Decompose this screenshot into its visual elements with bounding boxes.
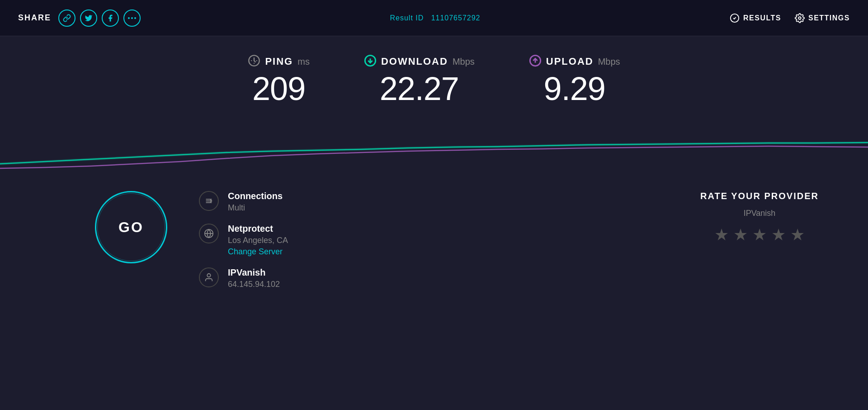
download-name: DOWNLOAD [381,56,448,67]
connections-value: Multi [228,203,283,213]
rate-title: RATE YOUR PROVIDER [700,191,819,201]
netprotect-icon [199,224,219,243]
download-icon [364,54,377,69]
upload-stat: UPLOAD Mbps 9.29 [529,54,620,105]
connections-item: Connections Multi [199,191,660,213]
star-1[interactable]: ★ [714,225,729,244]
netprotect-location: Los Angeles, CA [228,236,288,245]
settings-label: SETTINGS [808,14,850,22]
stars-container: ★ ★ ★ ★ ★ [714,225,805,244]
header-center: Result ID 11107657292 [390,14,480,22]
share-more-button[interactable] [123,10,141,27]
lower-section: GO Connections Multi [0,177,868,303]
download-value: 22.27 [364,72,475,105]
share-label: SHARE [18,13,51,23]
go-button-container: GO [90,191,172,263]
ping-icon [248,54,260,69]
stats-bar: PING ms 209 DOWNLOAD Mbps 22.27 [0,36,868,114]
download-stat: DOWNLOAD Mbps 22.27 [364,54,475,105]
share-twitter-button[interactable] [80,10,97,27]
svg-point-0 [128,17,130,19]
settings-nav[interactable]: SETTINGS [795,13,850,23]
star-5[interactable]: ★ [790,225,805,244]
netprotect-label: Netprotect [228,224,288,234]
rate-provider: IPVanish [744,209,776,218]
ping-name: PING [265,56,293,67]
upload-name: UPLOAD [546,56,594,67]
star-2[interactable]: ★ [733,225,748,244]
rate-section: RATE YOUR PROVIDER IPVanish ★ ★ ★ ★ ★ [687,191,832,244]
change-server-link[interactable]: Change Server [228,247,288,257]
star-4[interactable]: ★ [771,225,786,244]
svg-point-2 [134,17,136,19]
ping-value: 209 [248,72,309,105]
header-left: SHARE [18,10,141,27]
header-right: RESULTS SETTINGS [730,13,850,23]
netprotect-text: Netprotect Los Angeles, CA Change Server [228,224,288,257]
speed-chart [0,119,868,173]
upload-unit: Mbps [598,57,620,67]
star-3[interactable]: ★ [752,225,767,244]
connections-icon [199,191,219,211]
svg-point-4 [798,17,801,19]
isp-text: IPVanish 64.145.94.102 [228,267,280,289]
share-icons [58,10,141,27]
results-nav[interactable]: RESULTS [730,13,781,23]
isp-ip: 64.145.94.102 [228,280,280,289]
results-icon [730,13,740,23]
go-button[interactable]: GO [95,191,167,263]
connections-label: Connections [228,191,283,201]
netprotect-item: Netprotect Los Angeles, CA Change Server [199,224,660,257]
upload-label-group: UPLOAD Mbps [529,54,620,69]
isp-icon [199,267,219,287]
result-id-value[interactable]: 11107657292 [431,14,481,22]
result-id-label: Result ID [390,14,424,22]
info-items: Connections Multi Netprotect Los Angeles… [199,191,660,289]
upload-value: 9.29 [529,72,620,105]
svg-point-15 [207,274,210,277]
upload-icon [529,54,542,69]
share-link-button[interactable] [58,10,75,27]
connections-text: Connections Multi [228,191,283,213]
download-unit: Mbps [453,57,475,67]
settings-icon [795,13,805,23]
header: SHARE [0,0,868,36]
isp-label: IPVanish [228,267,280,278]
ping-label-group: PING ms [248,54,309,69]
ping-unit: ms [297,57,310,67]
results-label: RESULTS [743,14,781,22]
isp-item: IPVanish 64.145.94.102 [199,267,660,289]
ping-stat: PING ms 209 [248,54,309,105]
download-label-group: DOWNLOAD Mbps [364,54,475,69]
svg-point-1 [131,17,133,19]
share-facebook-button[interactable] [102,10,119,27]
main-content: PING ms 209 DOWNLOAD Mbps 22.27 [0,36,868,410]
go-button-label: GO [118,219,144,236]
